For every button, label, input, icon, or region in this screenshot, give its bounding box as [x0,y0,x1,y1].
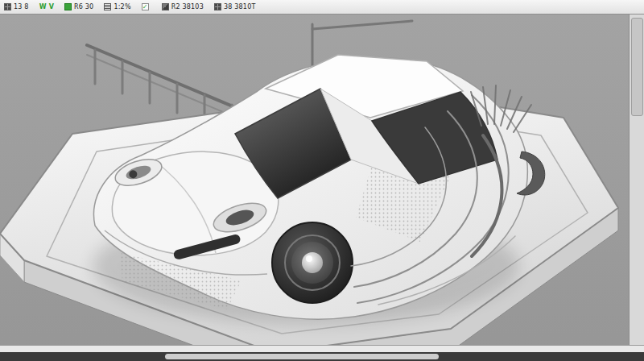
toolbar-label: R2 38103 [171,3,204,10]
status-strip [0,345,644,352]
toolbar-label: 38 3810T [224,3,256,10]
toolbar: 13 8 W V R6 30 1:2% R2 38103 38 3810T [0,0,644,15]
wheel-hub [272,222,353,303]
green-square-icon [64,3,72,10]
toolbar-button-r6[interactable]: R6 30 [63,1,95,14]
horizontal-scrollbar-thumb[interactable] [165,354,439,359]
menu-icon [104,3,111,10]
toolbar-button-check[interactable] [140,1,153,14]
toolbar-button-38[interactable]: 38 3810T [213,1,258,14]
toolbar-button-grid[interactable]: 13 8 [2,1,31,14]
toolbar-button-ratio[interactable]: 1:2% [102,1,132,14]
grid-icon [214,3,221,10]
toolbar-button-r2[interactable]: R2 38103 [160,1,205,14]
toolbar-label: R6 30 [74,3,93,10]
horizontal-scrollbar[interactable] [0,352,644,361]
toolbar-label: 13 8 [14,3,29,10]
application-window: 13 8 W V R6 30 1:2% R2 38103 38 3810T [0,0,644,361]
grid-icon [4,3,11,10]
scene-render [0,15,629,345]
vertical-scrollbar[interactable] [629,15,644,345]
vertical-scrollbar-thumb[interactable] [631,18,643,116]
cube-icon [162,3,169,10]
check-icon [142,3,149,10]
toolbar-button-view-mode[interactable]: W V [38,1,56,14]
viewport-canvas[interactable] [0,15,629,345]
toolbar-label: W V [39,3,54,10]
toolbar-label: 1:2% [114,3,130,10]
